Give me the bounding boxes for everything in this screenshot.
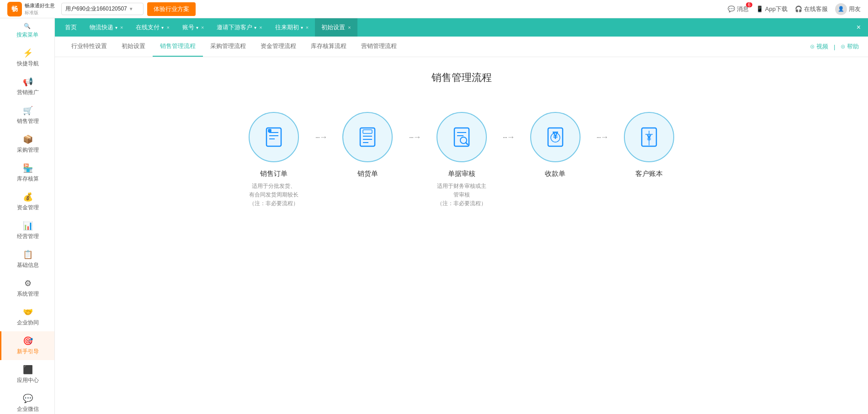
tab-logistics-close[interactable]: ×	[120, 25, 123, 30]
sidebar-item-finance[interactable]: 💰 资金管理	[0, 187, 54, 216]
subtab-initial[interactable]: 初始设置	[114, 37, 153, 57]
subtab-purchase-flow-label: 采购管理流程	[210, 42, 246, 49]
flow-step-review: 单据审核 适用于财务审核或主管审核（注：非必要流程）	[421, 112, 503, 208]
close-all-tabs[interactable]: ×	[853, 23, 864, 32]
subtab-finance-flow[interactable]: 资金管理流程	[253, 37, 304, 57]
step-circle-ledger[interactable]: ¥	[624, 112, 674, 162]
top-bar: 畅 畅康通好生意标准版 用户690企业1660120507 ▼ 体验行业方案 💬…	[0, 0, 868, 18]
service-icon: 🎧	[795, 5, 802, 12]
tab-account-close[interactable]: ×	[201, 25, 204, 30]
step-desc-review: 适用于财务审核或主管审核（注：非必要流程）	[437, 182, 486, 208]
step-name-review: 单据审核	[448, 170, 475, 178]
service-button[interactable]: 🎧 在线客服	[795, 5, 828, 13]
tab-account[interactable]: 账号 ▾ ×	[176, 18, 210, 37]
step-circle-review[interactable]	[437, 112, 487, 162]
sidebar-item-system[interactable]: ⚙ 系统管理	[0, 274, 54, 303]
flow-title: 销售管理流程	[73, 71, 850, 85]
sidebar-item-label: 销售管理	[17, 117, 39, 125]
sidebar-item-label: 应用中心	[17, 377, 39, 384]
tab-payment-close[interactable]: ×	[166, 25, 169, 30]
sidebar-item-basics[interactable]: 📋 基础信息	[0, 245, 54, 274]
subtab-marketing-flow[interactable]: 营销管理流程	[354, 37, 404, 57]
top-bar-left: 畅 畅康通好生意标准版 用户690企业1660120507 ▼ 体验行业方案	[7, 2, 196, 16]
salesorder-icon	[262, 125, 286, 149]
sidebar-item-purchase[interactable]: 📦 采购管理	[0, 130, 54, 159]
tab-init-settings-close[interactable]: ×	[348, 25, 351, 30]
tab-logistics-arrow: ▾	[115, 25, 117, 30]
page-content: 销售管理流程	[55, 57, 868, 414]
tab-invite[interactable]: 邀请下游客户 ▾ ×	[210, 18, 268, 37]
sidebar-item-operations[interactable]: 📊 经营管理	[0, 216, 54, 245]
message-button[interactable]: 💬 消息 6	[728, 5, 749, 13]
step-circle-delivery[interactable]	[342, 112, 393, 162]
sidebar-item-label: 快捷导航	[17, 60, 39, 68]
trial-button[interactable]: 体验行业方案	[147, 2, 196, 16]
content-area: 首页 物流快递 ▾ × 在线支付 ▾ × 账号 ▾ ×	[55, 18, 868, 414]
step-desc-salesorder: 适用于分批发货、有合同发货周期较长（注：非必要流程）	[249, 182, 298, 208]
tab-account-label: 账号	[182, 23, 194, 32]
ledger-icon: ¥	[637, 125, 661, 149]
sidebar-item-inventory[interactable]: 🏪 库存核算	[0, 159, 54, 187]
collab-icon: 🤝	[23, 307, 33, 317]
app-download-button[interactable]: 📱 App下载	[756, 5, 788, 13]
tab-init-settings[interactable]: 初始设置 ×	[315, 18, 357, 37]
step-circle-salesorder[interactable]	[249, 112, 299, 162]
purchase-icon: 📦	[23, 134, 33, 144]
sidebar-item-label: 系统管理	[17, 290, 39, 298]
subtab-marketing-flow-label: 营销管理流程	[361, 42, 397, 49]
tab-period-arrow: ▾	[301, 25, 303, 30]
receipt-icon: ¥	[543, 125, 567, 149]
tab-home[interactable]: 首页	[59, 18, 83, 37]
sidebar-item-sales[interactable]: 🛒 销售管理	[0, 101, 54, 130]
sidebar-item-label: 经营管理	[17, 233, 39, 240]
logo-area: 畅 畅康通好生意标准版	[7, 2, 58, 16]
sidebar-item-search[interactable]: 🔍 搜索菜单	[0, 18, 54, 43]
subtab-sales-flow[interactable]: 销售管理流程	[153, 37, 203, 57]
marketing-icon: 📢	[23, 77, 33, 87]
tab-account-arrow: ▾	[196, 25, 198, 30]
appcenter-icon: ⬛	[23, 365, 33, 375]
subtab-inventory-flow[interactable]: 库存核算流程	[304, 37, 354, 57]
tab-payment[interactable]: 在线支付 ▾ ×	[129, 18, 176, 37]
sidebar-item-weixin[interactable]: 💬 企业微信	[0, 389, 54, 414]
tab-payment-label: 在线支付	[136, 23, 160, 32]
tab-logistics-label: 物流快递	[90, 23, 113, 32]
chevron-down-icon: ▼	[129, 6, 133, 11]
flow-arrow-3: ···→	[503, 112, 514, 142]
user-menu-button[interactable]: 👤 用友	[835, 3, 861, 15]
sidebar-item-quicknav[interactable]: ⚡ 快捷导航	[0, 43, 54, 72]
tab-invite-label: 邀请下游客户	[217, 23, 252, 32]
app-icon: 📱	[756, 5, 763, 12]
tab-period[interactable]: 往来期初 ▾ ×	[269, 18, 315, 37]
step-name-salesorder: 销售订单	[260, 170, 288, 178]
tab-logistics[interactable]: 物流快递 ▾ ×	[83, 18, 129, 37]
tab-invite-close[interactable]: ×	[259, 25, 262, 30]
message-icon: 💬	[728, 5, 735, 12]
basics-icon: 📋	[23, 249, 33, 260]
app-label: App下载	[765, 5, 788, 13]
tab-invite-arrow: ▾	[254, 25, 256, 30]
delivery-icon	[356, 125, 379, 149]
video-link[interactable]: ⊙ 视频	[810, 42, 828, 51]
service-label: 在线客服	[804, 5, 828, 13]
subtab-industry[interactable]: 行业特性设置	[64, 37, 114, 57]
flow-arrow-4: ···→	[596, 112, 608, 142]
weixin-icon: 💬	[23, 393, 33, 403]
flow-arrow-1: ···→	[315, 112, 326, 142]
sidebar-item-label: 新手引导	[17, 348, 39, 356]
sidebar-item-marketing[interactable]: 📢 营销推广	[0, 72, 54, 101]
tab-home-label: 首页	[65, 23, 77, 32]
step-circle-receipt[interactable]: ¥	[530, 112, 580, 162]
user-selector[interactable]: 用户690企业1660120507 ▼	[61, 3, 144, 15]
sidebar-item-label: 基础信息	[17, 261, 39, 269]
help-link[interactable]: ⊙ 帮助	[841, 42, 859, 51]
sidebar-item-appcenter[interactable]: ⬛ 应用中心	[0, 360, 54, 389]
sidebar-item-collab[interactable]: 🤝 企业协同	[0, 303, 54, 331]
sidebar: 🔍 搜索菜单 ⚡ 快捷导航 📢 营销推广 🛒 销售管理 📦 采购管理 🏪	[0, 18, 55, 414]
tab-period-close[interactable]: ×	[306, 25, 309, 30]
divider: |	[834, 43, 835, 50]
sidebar-item-guide[interactable]: 🎯 新手引导	[0, 331, 54, 360]
inventory-icon: 🏪	[23, 163, 33, 173]
svg-text:¥: ¥	[647, 133, 651, 143]
subtab-purchase-flow[interactable]: 采购管理流程	[203, 37, 253, 57]
